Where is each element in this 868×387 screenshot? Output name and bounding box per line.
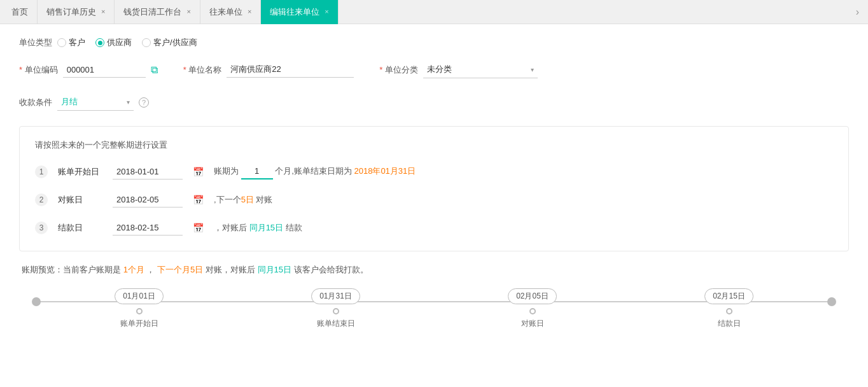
content-area: 单位类型 客户 供应商 客户/供应商 单位编码 ⧉ [0, 24, 868, 387]
unit-category-value: 未分类 [427, 64, 528, 75]
period-months-input[interactable] [241, 164, 273, 179]
calendar-icon-2[interactable]: 📅 [193, 195, 204, 205]
radio-circle-both [142, 38, 151, 47]
payment-terms-dropdown[interactable]: 月结 ▾ [57, 94, 134, 111]
timeline-dot-4 [726, 308, 732, 314]
timeline-node-0 [32, 288, 41, 306]
period-num-1: 1 [35, 165, 48, 178]
preview-suffix: 该客户会给我打款。 [294, 265, 368, 274]
chevron-down-icon: ▾ [127, 99, 130, 106]
timeline-dot-2 [333, 308, 339, 314]
timeline-node-2: 01月31日 账单结束日 [237, 288, 434, 329]
unit-type-group: 单位类型 客户 供应商 客户/供应商 [19, 37, 197, 48]
timeline-dot-1 [136, 308, 143, 314]
radio-customer[interactable]: 客户 [57, 37, 85, 48]
radio-group-type: 客户 供应商 客户/供应商 [57, 37, 197, 48]
timeline-nodes: 01月01日 账单开始日 01月31日 账单结束日 02月05日 对账日 02月… [32, 288, 836, 329]
period-desc-2: ,下一个5日 对账 [214, 194, 272, 206]
timeline-label-4: 结款日 [718, 318, 741, 329]
chevron-down-icon: ▾ [531, 66, 534, 73]
period-desc-3: ，对账后 同月15日 结款 [214, 222, 302, 234]
reconcile-day-highlight: 5日 [241, 195, 254, 204]
period-end-date: 2018年01月31日 [354, 166, 416, 176]
timeline-node-end [827, 288, 836, 306]
timeline-container: 01月01日 账单开始日 01月31日 账单结束日 02月05日 对账日 02月… [32, 288, 836, 346]
unit-category-group: 单位分类 未分类 ▾ [379, 61, 538, 78]
period-row-3: 3 结款日 📅 ，对账后 同月15日 结款 [35, 220, 833, 236]
period-desc-1: 账期为 个月,账单结束日期为 2018年01月31日 [214, 164, 416, 179]
payment-date-input[interactable] [113, 220, 183, 236]
tab-partners[interactable]: 往来单位 × [200, 0, 261, 24]
timeline-dot-0 [32, 297, 41, 306]
payment-terms-row: 收款条件 月结 ▾ ? [19, 94, 849, 111]
unit-type-label: 单位类型 [19, 37, 52, 48]
timeline-dot-end [827, 297, 836, 306]
copy-icon[interactable]: ⧉ [151, 64, 158, 76]
payment-terms-value: 月结 [61, 96, 124, 108]
timeline-badge-2: 01月31日 [311, 288, 360, 304]
unit-type-row: 单位类型 客户 供应商 客户/供应商 [19, 37, 849, 48]
period-row-2: 2 对账日 📅 ,下一个5日 对账 [35, 192, 833, 208]
radio-both-label: 客户/供应商 [153, 37, 197, 48]
period-label-start: 账单开始日 [58, 166, 102, 178]
calendar-icon-1[interactable]: 📅 [193, 167, 204, 177]
timeline-label-1: 账单开始日 [120, 318, 158, 329]
preview-text: 账期预览：当前客户账期是 1个月 ， 下一个月5日 对账，对账后 同月15日 该… [19, 264, 849, 276]
preview-months: 1个月 [123, 265, 144, 274]
unit-name-label: 单位名称 [183, 64, 222, 76]
timeline-badge-3: 02月05日 [508, 288, 557, 304]
tab-more-button[interactable]: › [850, 6, 865, 18]
payment-terms-group: 收款条件 月结 ▾ ? [19, 94, 149, 111]
timeline-label-3: 对账日 [521, 318, 544, 329]
unit-name-group: 单位名称 [183, 62, 354, 78]
tab-daily-clear[interactable]: 钱货日清工作台 × [115, 0, 200, 24]
help-icon[interactable]: ? [139, 97, 149, 108]
radio-circle-customer [57, 38, 66, 47]
unit-code-label: 单位编码 [19, 64, 58, 76]
tab-bar: 首页 销售订单历史 × 钱货日清工作台 × 往来单位 × 编辑往来单位 × › [0, 0, 868, 24]
unit-category-dropdown[interactable]: 未分类 ▾ [423, 61, 538, 78]
period-row-1: 1 账单开始日 📅 账期为 个月,账单结束日期为 2018年01月31日 [35, 164, 833, 179]
tab-home[interactable]: 首页 [3, 0, 38, 24]
timeline-node-1: 01月01日 账单开始日 [41, 288, 237, 329]
reconcile-date-input[interactable] [113, 192, 183, 208]
close-icon[interactable]: × [101, 8, 105, 15]
period-num-2: 2 [35, 194, 48, 206]
timeline-badge-1: 01月01日 [115, 288, 164, 304]
period-num-3: 3 [35, 222, 48, 234]
timeline-label-2: 账单结束日 [317, 318, 355, 329]
radio-both[interactable]: 客户/供应商 [142, 37, 197, 48]
unit-info-row: 单位编码 ⧉ 单位名称 单位分类 未分类 ▾ [19, 61, 849, 78]
close-icon[interactable]: × [325, 8, 328, 15]
unit-code-input[interactable] [63, 62, 146, 78]
timeline-node-3: 02月05日 对账日 [434, 288, 631, 329]
close-icon[interactable]: × [186, 8, 190, 15]
unit-name-input[interactable] [227, 62, 354, 78]
unit-category-label: 单位分类 [379, 64, 418, 76]
preview-prefix: 账期预览：当前客户账期是 [22, 265, 121, 274]
preview-mid1: ， [146, 265, 155, 274]
preview-payment-day: 同月15日 [258, 265, 291, 274]
period-label-payment: 结款日 [58, 222, 102, 234]
radio-supplier-label: 供应商 [107, 37, 132, 48]
radio-customer-label: 客户 [69, 37, 85, 48]
period-label-reconcile: 对账日 [58, 194, 102, 206]
start-date-input[interactable] [113, 164, 183, 179]
preview-reconcile-day: 下一个月5日 [157, 265, 203, 274]
tab-edit-partner[interactable]: 编辑往来单位 × [261, 0, 338, 24]
unit-code-group: 单位编码 ⧉ [19, 62, 158, 78]
tab-sales-history[interactable]: 销售订单历史 × [38, 0, 115, 24]
timeline-node-4: 02月15日 结款日 [631, 288, 827, 329]
calendar-icon-3[interactable]: 📅 [193, 223, 204, 233]
close-icon[interactable]: × [248, 8, 251, 15]
radio-circle-supplier [95, 38, 104, 47]
timeline-badge-4: 02月15日 [704, 288, 753, 304]
payment-terms-label: 收款条件 [19, 97, 52, 108]
period-title: 请按照未来的一个完整帐期进行设置 [35, 139, 833, 151]
timeline-dot-3 [529, 308, 536, 314]
radio-supplier[interactable]: 供应商 [95, 37, 132, 48]
period-settings-box: 请按照未来的一个完整帐期进行设置 1 账单开始日 📅 账期为 个月,账单结束日期… [19, 126, 849, 251]
preview-mid2: 对账，对账后 [206, 265, 255, 274]
payment-day-highlight: 同月15日 [249, 223, 283, 232]
